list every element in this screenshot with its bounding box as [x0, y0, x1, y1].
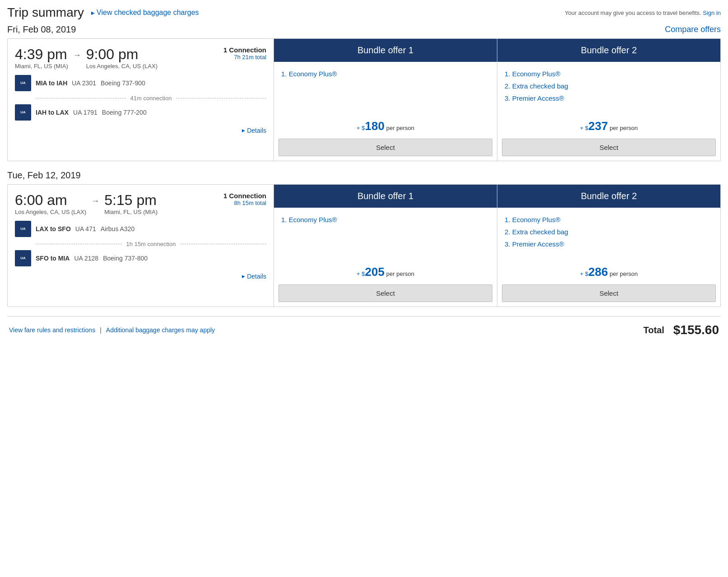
- trip2-details-panel: 6:00 am Los Angeles, CA, US (LAX) → 5:15…: [8, 185, 274, 307]
- trip1-arrow: →: [68, 46, 86, 60]
- trip1-leg2-aircraft: Boeing 777-200: [102, 109, 147, 116]
- trip1-bundle1-per-person: per person: [386, 125, 414, 131]
- trip2-bundle2-feature-1: 1. Economy Plus®: [505, 216, 713, 223]
- baggage-note: Additional baggage charges may apply: [106, 326, 215, 334]
- trip1-depart-airport: Miami, FL, US (MIA): [15, 63, 68, 70]
- page-wrapper: Trip summary View checked baggage charge…: [0, 0, 728, 344]
- compare-offers-link[interactable]: Compare offers: [665, 25, 721, 34]
- footer-separator: |: [100, 326, 102, 334]
- trip1-details-link[interactable]: Details: [15, 127, 266, 134]
- trip2-connection-info: 1 Connection 8h 15m total: [185, 192, 266, 206]
- trip1-bundle1-price: 180: [365, 119, 385, 133]
- trip2-leg1-flight: UA 471: [75, 225, 96, 233]
- trip1-bundle2-feature-1: 1. Economy Plus®: [505, 70, 713, 78]
- trip1-connection-divider: 41m connection: [36, 95, 266, 102]
- footer-right: Total $155.60: [643, 323, 719, 337]
- trip2-leg2-flight: UA 2128: [74, 255, 98, 262]
- trip1-leg2-route: IAH to LAX: [36, 109, 69, 116]
- trip2-leg2-route: SFO to MIA: [36, 255, 70, 262]
- trip2-leg1-aircraft: Airbus A320: [101, 225, 135, 233]
- trip1-arrive-time: 9:00 pm: [86, 46, 176, 63]
- trip1-bundle2-panel: Bundle offer 2 1. Economy Plus® 2. Extra…: [497, 39, 720, 161]
- trip2-flight-legs: UA LAX to SFO UA 471 Airbus A320 1h 15m …: [15, 221, 266, 266]
- trip2-bundle1-price: 205: [365, 265, 385, 279]
- trip1-date: Fri, Feb 08, 2019: [7, 24, 76, 35]
- footer-left: View fare rules and restrictions | Addit…: [9, 326, 215, 334]
- trip1-bundle2-feature-2: 2. Extra checked bag: [505, 82, 713, 90]
- trip2-card: 6:00 am Los Angeles, CA, US (LAX) → 5:15…: [7, 184, 721, 307]
- trip1-bundle2-price: 237: [589, 119, 608, 133]
- trip1-bundle1-select-button[interactable]: Select: [278, 139, 492, 156]
- trip1-bundle2-header: Bundle offer 2: [497, 39, 720, 62]
- trip1-leg2: UA IAH to LAX UA 1791 Boeing 777-200: [15, 104, 266, 121]
- trip2-connection-count: 1 Connection: [185, 192, 266, 200]
- trip2-arrive-block: 5:15 pm Miami, FL, US (MIA): [104, 192, 185, 215]
- trip2-connection-divider: 1h 15m connection: [36, 241, 266, 247]
- trip1-bundle1-price-row: + $180 per person: [274, 115, 497, 136]
- fare-rules-link[interactable]: View fare rules and restrictions: [9, 326, 95, 334]
- trip2-arrive-time: 5:15 pm: [104, 192, 185, 209]
- trip2-leg2-logo: UA: [15, 250, 31, 266]
- trip2-arrive-airport: Miami, FL, US (MIA): [104, 209, 185, 215]
- trip1-flight-legs: UA MIA to IAH UA 2301 Boeing 737-900 41m…: [15, 75, 266, 121]
- top-header: Trip summary View checked baggage charge…: [7, 5, 721, 20]
- trip1-bundle1-feature-1: 1. Economy Plus®: [281, 70, 490, 78]
- trip1-bundle2-price-row: + $237 per person: [497, 115, 720, 136]
- trip2-bundle2-panel: Bundle offer 2 1. Economy Plus® 2. Extra…: [497, 185, 720, 307]
- view-baggage-link[interactable]: View checked baggage charges: [91, 9, 199, 17]
- trip1-date-row: Fri, Feb 08, 2019 Compare offers: [7, 24, 721, 35]
- trip2-bundle1-feature-1: 1. Economy Plus®: [281, 216, 490, 223]
- trip1-bundle2-features: 1. Economy Plus® 2. Extra checked bag 3.…: [497, 62, 720, 115]
- trip2-leg2: UA SFO to MIA UA 2128 Boeing 737-800: [15, 250, 266, 266]
- trip1-connection-count: 1 Connection: [176, 46, 266, 54]
- trip2-leg1-logo: UA: [15, 221, 31, 237]
- trip1-leg1-flight: UA 2301: [72, 79, 96, 87]
- trip2-date-row: Tue, Feb 12, 2019: [7, 170, 721, 181]
- trip1-bundle1-panel: Bundle offer 1 1. Economy Plus® + $180 p…: [274, 39, 497, 161]
- trip2-details-link[interactable]: Details: [15, 273, 266, 280]
- trip2-bundle2-price: 286: [589, 265, 608, 279]
- trip1-arrive-airport: Los Angeles, CA, US (LAX): [86, 63, 176, 70]
- account-notice: Your account may give you access to trav…: [565, 9, 721, 16]
- trip1-depart-time: 4:39 pm: [15, 46, 68, 63]
- trip1-flight-times: 4:39 pm Miami, FL, US (MIA) → 9:00 pm Lo…: [15, 46, 266, 70]
- trip1-arrive-block: 9:00 pm Los Angeles, CA, US (LAX): [86, 46, 176, 70]
- trip1-bundle2-feature-3: 3. Premier Access®: [505, 94, 713, 102]
- trip1-bundle2-select-button[interactable]: Select: [502, 139, 716, 156]
- trip1-bundle1-header: Bundle offer 1: [274, 39, 497, 62]
- trip2-bundle1-per-person: per person: [386, 270, 414, 277]
- sign-in-link[interactable]: Sign in: [703, 9, 721, 16]
- trip2-section: Tue, Feb 12, 2019 6:00 am Los Angeles, C…: [7, 170, 721, 307]
- trip2-date: Tue, Feb 12, 2019: [7, 170, 81, 181]
- top-header-left: Trip summary View checked baggage charge…: [7, 5, 199, 20]
- trip2-bundle1-features: 1. Economy Plus®: [274, 208, 497, 261]
- trip2-bundle2-per-person: per person: [610, 270, 638, 277]
- trip1-connection-info: 1 Connection 7h 21m total: [176, 46, 266, 60]
- trip2-leg1: UA LAX to SFO UA 471 Airbus A320: [15, 221, 266, 237]
- trip2-bundle2-price-row: + $286 per person: [497, 261, 720, 282]
- trip1-bundle2-per-person: per person: [610, 125, 638, 131]
- total-label: Total: [643, 325, 664, 335]
- trip2-depart-block: 6:00 am Los Angeles, CA, US (LAX): [15, 192, 86, 215]
- trip2-bundle1-select-button[interactable]: Select: [278, 284, 492, 302]
- trip1-section: Fri, Feb 08, 2019 Compare offers 4:39 pm…: [7, 24, 721, 161]
- trip2-connection-total: 8h 15m total: [185, 200, 266, 206]
- trip1-connection-time: 41m connection: [130, 95, 172, 102]
- trip1-leg1-route: MIA to IAH: [36, 79, 67, 87]
- trip2-depart-time: 6:00 am: [15, 192, 86, 209]
- trip2-bundle2-features: 1. Economy Plus® 2. Extra checked bag 3.…: [497, 208, 720, 261]
- trip2-bundle1-header: Bundle offer 1: [274, 185, 497, 208]
- trip1-leg2-logo: UA: [15, 104, 31, 121]
- trip1-leg1: UA MIA to IAH UA 2301 Boeing 737-900: [15, 75, 266, 91]
- trip2-arrow: →: [86, 192, 104, 206]
- trip2-connection-time: 1h 15m connection: [126, 241, 176, 247]
- trip2-bundle2-feature-2: 2. Extra checked bag: [505, 228, 713, 236]
- trip2-bundle2-select-button[interactable]: Select: [502, 284, 716, 302]
- trip1-details-panel: 4:39 pm Miami, FL, US (MIA) → 9:00 pm Lo…: [8, 39, 274, 161]
- trip1-bundle1-features: 1. Economy Plus®: [274, 62, 497, 115]
- trip2-flight-times: 6:00 am Los Angeles, CA, US (LAX) → 5:15…: [15, 192, 266, 215]
- page-title: Trip summary: [7, 5, 84, 20]
- trip2-leg1-route: LAX to SFO: [36, 225, 71, 233]
- trip1-connection-total: 7h 21m total: [176, 54, 266, 60]
- trip1-depart-block: 4:39 pm Miami, FL, US (MIA): [15, 46, 68, 70]
